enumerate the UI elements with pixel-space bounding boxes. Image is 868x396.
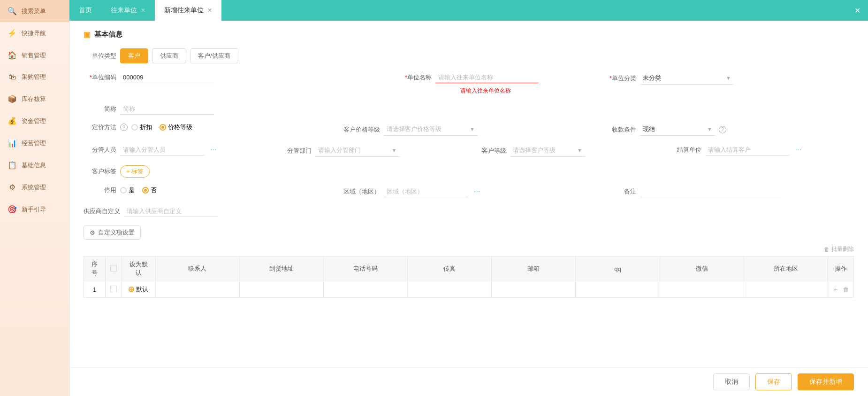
manager-more-icon[interactable]: ···	[208, 146, 218, 154]
address-input[interactable]	[244, 286, 319, 293]
td-seq: 1	[84, 281, 106, 298]
payment-terms-arrow-icon: ▼	[707, 126, 712, 132]
short-name-label: 简称	[84, 105, 116, 113]
settlement-more-icon[interactable]: ···	[793, 146, 803, 154]
sidebar-item-label: 经营管理	[22, 139, 46, 148]
phone-input[interactable]	[328, 286, 403, 293]
save-new-button[interactable]: 保存并新增	[798, 373, 854, 390]
th-fax: 传真	[408, 256, 492, 281]
disabled-radio-no[interactable]: 否	[142, 186, 157, 194]
qq-input[interactable]	[580, 286, 655, 293]
add-tag-label: + 标签	[126, 167, 144, 176]
unit-category-select[interactable]: 未分类 ▼	[640, 72, 734, 85]
sidebar-item-label: 新手引导	[22, 205, 46, 214]
payment-terms-help-icon[interactable]: ?	[719, 126, 726, 133]
td-region[interactable]	[744, 281, 828, 298]
default-radio-dot	[130, 288, 133, 291]
trash-icon: 🗑	[824, 246, 830, 253]
tab-new-contact[interactable]: 新增往来单位 ✕	[155, 0, 221, 21]
unit-btn-supplier[interactable]: 供应商	[152, 48, 186, 63]
tab-contacts[interactable]: 往来单位 ✕	[101, 0, 155, 21]
unit-btn-customer[interactable]: 客户	[120, 48, 148, 63]
settlement-unit-input[interactable]	[705, 144, 790, 155]
sidebar-item-inventory[interactable]: 📦 库存核算	[0, 88, 69, 110]
settings-gear-icon: ⚙	[90, 229, 95, 236]
region-table-input[interactable]	[749, 286, 823, 293]
unit-name-input[interactable]	[435, 72, 539, 83]
td-wechat[interactable]	[660, 281, 744, 298]
pricing-radio-group: 折扣 价格等级	[131, 123, 192, 132]
region-input[interactable]	[384, 186, 468, 197]
batch-delete-label[interactable]: 批量删除	[831, 245, 854, 253]
disabled-radio-yes[interactable]: 是	[120, 186, 135, 194]
content-area: ▣ 基本信息 单位类型 客户 供应商 客户/供应商 *单位编码	[69, 21, 868, 367]
sidebar-item-label: 资金管理	[22, 117, 46, 125]
default-radio[interactable]	[129, 287, 134, 292]
remark-input[interactable]	[640, 186, 781, 197]
td-contact[interactable]	[155, 281, 239, 298]
finance-icon: 💰	[8, 116, 17, 125]
fax-input[interactable]	[412, 286, 487, 293]
region-more-icon[interactable]: ···	[472, 187, 482, 196]
sidebar-item-purchase[interactable]: 🛍 采购管理	[0, 66, 69, 88]
price-level-arrow-icon: ▼	[470, 126, 475, 132]
short-name-input[interactable]	[120, 103, 214, 115]
td-phone[interactable]	[323, 281, 407, 298]
td-fax[interactable]	[408, 281, 492, 298]
customer-price-level-select[interactable]: 请选择客户价格等级 ▼	[384, 123, 478, 136]
guide-icon: 🎯	[8, 205, 17, 214]
th-region: 所在地区	[744, 256, 828, 281]
customer-level-select[interactable]: 请选择客户等级 ▼	[510, 144, 585, 157]
sidebar-item-guide[interactable]: 🎯 新手引导	[0, 198, 69, 220]
th-contact: 联系人	[155, 256, 239, 281]
sidebar-item-sales[interactable]: 🏠 销售管理	[0, 44, 69, 66]
pricing-radio-discount[interactable]: 折扣	[131, 123, 152, 132]
contact-input[interactable]	[160, 286, 235, 293]
sidebar-item-basic[interactable]: 📋 基础信息	[0, 154, 69, 176]
sidebar-item-quicknav[interactable]: ⚡ 快捷导航	[0, 22, 69, 44]
sales-icon: 🏠	[8, 51, 17, 60]
th-email: 邮箱	[492, 256, 576, 281]
close-window-icon[interactable]: ✕	[854, 6, 860, 15]
save-button[interactable]: 保存	[755, 373, 792, 390]
close-contacts-tab[interactable]: ✕	[141, 7, 145, 14]
department-select[interactable]: 请输入分管部门 ▼	[315, 144, 400, 157]
add-row-icon[interactable]: ＋	[833, 285, 839, 294]
sidebar-item-label: 快捷导航	[22, 29, 46, 38]
supplier-custom-input[interactable]	[124, 206, 218, 217]
unit-code-input[interactable]	[120, 72, 214, 83]
payment-terms-select[interactable]: 现结 ▼	[640, 123, 715, 136]
sidebar-item-search[interactable]: 🔍 搜索菜单	[0, 0, 69, 22]
td-address[interactable]	[239, 281, 323, 298]
sidebar-item-finance[interactable]: 💰 资金管理	[0, 110, 69, 132]
manager-input[interactable]	[120, 144, 205, 155]
tab-bar: 首页 往来单位 ✕ 新增往来单位 ✕ ✕	[69, 0, 868, 21]
unit-code-group: *单位编码	[84, 72, 334, 83]
cancel-button[interactable]: 取消	[713, 373, 750, 390]
close-new-contact-tab[interactable]: ✕	[207, 7, 212, 14]
email-input[interactable]	[496, 286, 571, 293]
supplier-custom-row: 供应商自定义	[84, 206, 854, 217]
pricing-help-icon[interactable]: ?	[120, 124, 128, 131]
pricing-radio-level[interactable]: 价格等级	[160, 123, 192, 132]
td-email[interactable]	[492, 281, 576, 298]
delete-row-icon[interactable]: 🗑	[843, 286, 849, 293]
tab-home[interactable]: 首页	[69, 0, 101, 21]
sidebar-item-operations[interactable]: 📊 经营管理	[0, 132, 69, 154]
department-label: 分管部门	[279, 147, 312, 155]
customer-level-arrow-icon: ▼	[577, 148, 582, 153]
sidebar-item-system[interactable]: ⚙ 系统管理	[0, 176, 69, 198]
settlement-unit-group: 结算单位 ···	[669, 144, 854, 155]
quicknav-icon: ⚡	[8, 29, 17, 38]
search-icon: 🔍	[8, 7, 17, 16]
td-qq[interactable]	[576, 281, 660, 298]
unit-btn-both[interactable]: 客户/供应商	[190, 48, 238, 63]
select-all-checkbox[interactable]	[110, 265, 117, 272]
radio-no-circle	[142, 187, 149, 194]
wechat-input[interactable]	[665, 286, 739, 293]
unit-category-group: *单位分类 未分类 ▼	[603, 72, 854, 85]
custom-settings-button[interactable]: ⚙ 自定义项设置	[84, 225, 141, 240]
row-checkbox[interactable]	[110, 286, 117, 292]
disabled-label: 停用	[84, 186, 116, 194]
add-tag-button[interactable]: + 标签	[120, 165, 150, 178]
